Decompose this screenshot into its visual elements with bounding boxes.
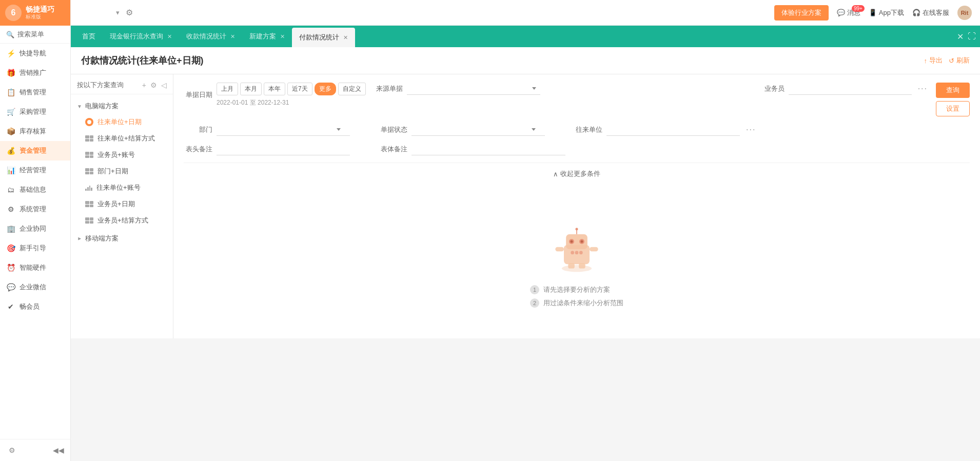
voucher-status-select-wrap[interactable] bbox=[411, 124, 545, 136]
footer-collapse-icon[interactable]: ◀◀ bbox=[53, 445, 64, 456]
scheme-group-mobile: ▼ 移动端方案 bbox=[71, 231, 173, 246]
trial-btn[interactable]: 体验行业方案 bbox=[774, 5, 829, 21]
topbar-dropdown-icon[interactable]: ▾ bbox=[116, 9, 120, 16]
tab-new-scheme[interactable]: 新建方案 ✕ bbox=[242, 26, 292, 47]
sidebar-search[interactable]: 🔍 搜索菜单 bbox=[0, 26, 70, 44]
sidebar-item-enterprise[interactable]: 🏢 企业协同 bbox=[0, 219, 70, 238]
scheme-item-unit-account[interactable]: 往来单位+账号 bbox=[71, 179, 173, 196]
dept-select-wrap[interactable] bbox=[217, 124, 350, 136]
query-btn[interactable]: 查询 bbox=[936, 83, 970, 98]
sales-icon: 📋 bbox=[6, 88, 15, 97]
topbar-service[interactable]: 🎧 在线客服 bbox=[912, 8, 949, 17]
sidebar-item-wechat[interactable]: 💬 企业微信 bbox=[0, 277, 70, 297]
scheme-item-staff-date[interactable]: 业务员+日期 bbox=[71, 196, 173, 212]
sidebar-item-system[interactable]: ⚙ 系统管理 bbox=[0, 199, 70, 219]
date-btn-more[interactable]: 更多 bbox=[315, 83, 336, 95]
scheme-collapse-icon[interactable]: ◁ bbox=[161, 81, 167, 89]
export-btn[interactable]: ↑ 导出 bbox=[924, 56, 943, 65]
sidebar-item-purchase[interactable]: 🛒 采购管理 bbox=[0, 102, 70, 122]
sidebar-item-capital[interactable]: 💰 资金管理 bbox=[0, 141, 70, 161]
scheme-item-unit-settle[interactable]: 往来单位+结算方式 bbox=[71, 130, 173, 147]
sidebar-item-quick-nav[interactable]: ⚡ 快捷导航 bbox=[0, 44, 70, 63]
sidebar-item-member[interactable]: ✔ 畅会员 bbox=[0, 297, 70, 316]
staff-dots-icon[interactable]: ··· bbox=[918, 84, 928, 93]
tab-expand-icon[interactable]: ⛶ bbox=[968, 32, 976, 41]
staff-label: 业务员 bbox=[756, 84, 785, 93]
quick-nav-icon: ⚡ bbox=[6, 49, 15, 58]
tab-close-all-icon[interactable]: ✕ bbox=[957, 32, 964, 42]
collapse-more-btn[interactable]: ∧ 收起更多条件 bbox=[553, 169, 600, 178]
scheme-item-unit-date[interactable]: 往来单位+日期 bbox=[71, 114, 173, 130]
wechat-label: 企业微信 bbox=[19, 283, 46, 292]
dept-input[interactable] bbox=[217, 126, 335, 133]
tab-payment-stats[interactable]: 付款情况统计 ✕ bbox=[292, 28, 355, 47]
sidebar-item-marketing[interactable]: 🎁 营销推广 bbox=[0, 63, 70, 83]
source-filter-group: 来源单据 bbox=[374, 83, 748, 95]
staff-input[interactable] bbox=[789, 83, 912, 95]
tab-home[interactable]: 首页 bbox=[75, 26, 103, 47]
tab-receipt-stats-close[interactable]: ✕ bbox=[230, 33, 235, 40]
date-btn-this-year[interactable]: 本年 bbox=[264, 83, 285, 95]
mobile-group-label: 移动端方案 bbox=[85, 234, 119, 243]
capital-label: 资金管理 bbox=[19, 146, 46, 155]
unit-dots-icon[interactable]: ··· bbox=[746, 125, 756, 134]
date-btn-this-month[interactable]: 本月 bbox=[240, 83, 262, 95]
scheme-item-unit-date-icon bbox=[85, 118, 93, 126]
scheme-item-staff-account[interactable]: 业务员+账号 bbox=[71, 147, 173, 163]
sidebar-item-guide[interactable]: 🎯 新手引导 bbox=[0, 238, 70, 258]
sidebar-item-hardware[interactable]: ⏰ 智能硬件 bbox=[0, 258, 70, 277]
scheme-item-unit-account-icon bbox=[85, 185, 92, 191]
unit-input[interactable] bbox=[606, 124, 740, 136]
sales-label: 销售管理 bbox=[19, 88, 46, 97]
tab-new-scheme-close[interactable]: ✕ bbox=[280, 33, 285, 40]
tab-payment-stats-close[interactable]: ✕ bbox=[343, 34, 348, 41]
scheme-item-staff-account-label: 业务员+账号 bbox=[97, 150, 135, 159]
scheme-item-unit-settle-icon bbox=[85, 135, 93, 142]
svg-point-5 bbox=[571, 240, 573, 243]
purchase-label: 采购管理 bbox=[19, 107, 46, 116]
voucher-status-input[interactable] bbox=[411, 126, 530, 133]
settings-btn[interactable]: 设置 bbox=[936, 101, 970, 116]
scheme-item-dept-date[interactable]: 部门+日期 bbox=[71, 163, 173, 179]
system-label: 系统管理 bbox=[19, 205, 46, 214]
filter-row-3: 表头备注 表体备注 bbox=[184, 143, 970, 155]
sidebar-item-operation[interactable]: 📊 经营管理 bbox=[0, 161, 70, 180]
table-header-note-input[interactable] bbox=[217, 143, 350, 155]
date-btn-7days[interactable]: 近7天 bbox=[287, 83, 312, 95]
avatar[interactable]: Rit bbox=[957, 6, 972, 20]
scheme-group-mobile-title[interactable]: ▼ 移动端方案 bbox=[71, 231, 173, 246]
refresh-btn[interactable]: ↺ 刷新 bbox=[949, 56, 970, 65]
refresh-label: 刷新 bbox=[956, 56, 970, 65]
scheme-add-icon[interactable]: + bbox=[142, 81, 146, 89]
scheme-item-staff-settle-icon bbox=[85, 217, 93, 224]
sidebar-item-basic[interactable]: 🗂 基础信息 bbox=[0, 180, 70, 199]
dept-label: 部门 bbox=[184, 125, 212, 134]
topbar-app[interactable]: 📱 App下载 bbox=[869, 8, 904, 17]
app-icon: 📱 bbox=[869, 9, 877, 16]
scheme-item-dept-date-label: 部门+日期 bbox=[97, 167, 128, 176]
scheme-item-staff-settle[interactable]: 业务员+结算方式 bbox=[71, 212, 173, 229]
sidebar-item-sales[interactable]: 📋 销售管理 bbox=[0, 83, 70, 102]
date-btn-last-month[interactable]: 上月 bbox=[217, 83, 238, 95]
scheme-settings-icon[interactable]: ⚙ bbox=[150, 81, 157, 89]
scheme-panel-title: 按以下方案查询 bbox=[77, 81, 124, 90]
unit-filter-group: 往来单位 ··· bbox=[574, 124, 756, 136]
source-input[interactable] bbox=[407, 85, 530, 92]
date-btn-custom[interactable]: 自定义 bbox=[338, 83, 366, 95]
topbar-settings-icon[interactable]: ⚙ bbox=[126, 8, 133, 17]
scheme-group-desktop-title[interactable]: ▼ 电脑端方案 bbox=[71, 98, 173, 114]
table-body-note-input[interactable] bbox=[411, 143, 565, 155]
sidebar-item-inventory[interactable]: 📦 库存核算 bbox=[0, 122, 70, 141]
tab-receipt-stats[interactable]: 收款情况统计 ✕ bbox=[179, 26, 242, 47]
source-select-wrap[interactable] bbox=[407, 83, 540, 95]
svg-point-0 bbox=[562, 265, 592, 272]
footer-settings-icon[interactable]: ⚙ bbox=[6, 445, 17, 456]
tab-bank-flow-close[interactable]: ✕ bbox=[167, 33, 172, 40]
tip2-num: 2 bbox=[530, 298, 539, 308]
marketing-icon: 🎁 bbox=[6, 68, 15, 77]
empty-state: 1 请先选择要分析的方案 2 用过滤条件来缩小分析范围 bbox=[173, 193, 980, 338]
content-area: 付款情况统计(往来单位+日期) ↑ 导出 ↺ 刷新 按以下方案查询 + bbox=[71, 47, 980, 461]
page-title: 付款情况统计(往来单位+日期) bbox=[81, 54, 204, 67]
tab-bank-flow[interactable]: 现金银行流水查询 ✕ bbox=[103, 26, 179, 47]
topbar-msg[interactable]: 💬 消息 99+ bbox=[837, 8, 860, 17]
